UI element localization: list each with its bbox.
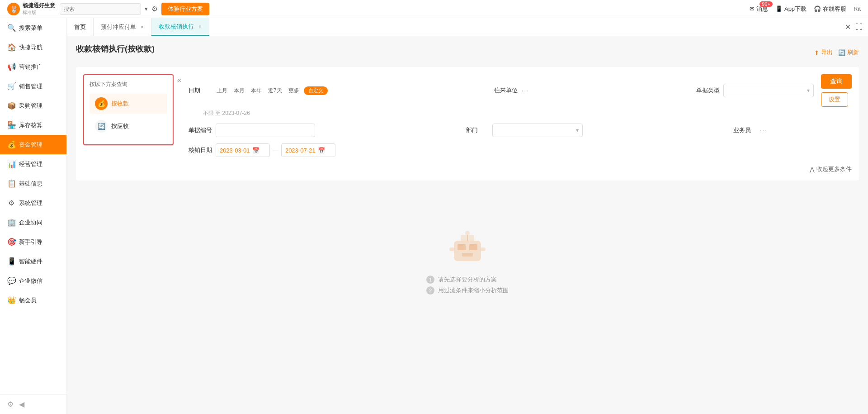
guide-icon: 🎯	[7, 238, 15, 246]
sidebar-item-sales[interactable]: 🛒 销售管理	[0, 76, 66, 96]
sidebar-collapse-icon[interactable]: ◀	[19, 400, 24, 409]
mobile-icon: 📱	[775, 5, 783, 12]
verify-date-start-value: 2023-03-01	[220, 147, 250, 154]
tab-bar: 首页 预付冲应付单 × 收款核销执行 × ✕ ⛶	[67, 18, 868, 36]
filter-row-3: 核销日期 2023-03-01 📅 — 2023-07-21	[189, 143, 852, 157]
user-name[interactable]: Rit	[854, 5, 861, 12]
calendar-start-icon: 📅	[252, 147, 259, 154]
export-btn[interactable]: ⬆ 导出	[814, 48, 833, 57]
tab-home[interactable]: 首页	[67, 18, 94, 36]
sidebar-item-wechat[interactable]: 💬 企业微信	[0, 271, 66, 290]
date-7days[interactable]: 近7天	[266, 86, 284, 95]
tab-receipt-verify-close[interactable]: ×	[198, 24, 202, 30]
date-no-limit-text: 不限 至 2023-07-26	[203, 110, 250, 116]
sidebar-label-sales: 销售管理	[19, 82, 42, 90]
sidebar-label-basic-info: 基础信息	[19, 180, 42, 188]
quick-nav-icon: 🏠	[7, 43, 15, 52]
enterprise-icon: 🏢	[7, 218, 15, 227]
filter-counterpart-field: 往来单位 ···	[494, 86, 529, 95]
bill-type-arrow-icon: ▾	[807, 87, 810, 94]
tab-prepay-close[interactable]: ×	[141, 24, 144, 30]
sidebar-item-purchase[interactable]: 📦 采购管理	[0, 96, 66, 115]
sidebar-label-marketing: 营销推广	[19, 63, 42, 71]
settings-icon[interactable]: ⚙	[151, 5, 158, 13]
tab-prepay[interactable]: 预付冲应付单 ×	[94, 18, 151, 36]
verify-date-start[interactable]: 2023-03-01 📅	[216, 143, 270, 157]
collapse-btn-label: 收起更多条件	[816, 165, 852, 173]
filter-date-field: 日期 上月 本月 本年 近7天 更多 自定义	[189, 86, 328, 95]
date-no-limit-row: 不限 至 2023-07-26	[203, 109, 852, 117]
svg-rect-4	[449, 247, 455, 251]
filter-bill-type-field: 单据类型 ▾	[696, 84, 814, 97]
collapse-more-btn[interactable]: ⋀ 收起更多条件	[810, 165, 852, 173]
refresh-btn[interactable]: 🔄 刷新	[838, 48, 859, 57]
filter-option-by-receivable[interactable]: 🔄 按应收	[90, 116, 167, 136]
logo-icon: 🐰	[7, 3, 20, 15]
sidebar-bottom: ⚙ ◀	[0, 394, 66, 414]
sidebar-item-hardware[interactable]: 📱 智能硬件	[0, 252, 66, 271]
brand-name: 畅捷通好生意	[23, 2, 55, 10]
bill-no-input[interactable]	[216, 124, 315, 137]
sidebar-item-system[interactable]: ⚙ 系统管理	[0, 193, 66, 213]
online-service-btn[interactable]: 🎧 在线客服	[814, 5, 846, 13]
sidebar-label-hardware: 智能硬件	[19, 257, 42, 266]
date-custom[interactable]: 自定义	[304, 86, 328, 95]
sidebar-item-guide[interactable]: 🎯 新手引导	[0, 232, 66, 252]
sidebar-item-marketing[interactable]: 📢 营销推广	[0, 57, 66, 76]
sidebar-item-search-menu[interactable]: 🔍 搜索菜单	[0, 18, 66, 38]
sidebar-item-member[interactable]: 👑 畅会员	[0, 290, 66, 310]
verify-date-end[interactable]: 2023-07-21 📅	[281, 143, 335, 157]
marketing-icon: 📢	[7, 62, 15, 71]
bill-type-select[interactable]: ▾	[723, 84, 814, 97]
query-button[interactable]: 查询	[821, 74, 852, 89]
system-icon: ⚙	[7, 199, 15, 207]
sidebar-item-inventory[interactable]: 🏪 库存核算	[0, 115, 66, 135]
search-input[interactable]	[60, 3, 141, 15]
filter-option-by-receipt[interactable]: 💰 按收款	[90, 94, 167, 114]
tab-prepay-label: 预付冲应付单	[101, 23, 136, 31]
sidebar-item-operation[interactable]: 📊 经营管理	[0, 154, 66, 174]
sidebar-item-funds[interactable]: 💰 资金管理	[0, 135, 66, 154]
sidebar-label-system: 系统管理	[19, 199, 42, 207]
message-btn[interactable]: ✉ 消息 99+	[750, 5, 768, 13]
empty-tips: 1 请先选择要分析的方案 2 用过滤条件来缩小分析范围	[426, 276, 509, 295]
sidebar-settings-icon[interactable]: ⚙	[7, 400, 14, 409]
page-inner: 收款核销执行(按收款) ⬆ 导出 🔄 刷新	[67, 36, 868, 346]
filter-plan-selector: 按以下方案查询 💰 按收款 🔄 按应收	[83, 74, 174, 145]
brand: 🐰 畅捷通好生意 标准版	[7, 2, 55, 16]
tip-1-text: 请先选择要分析的方案	[438, 276, 497, 284]
dropdown-arrow-icon[interactable]: ▾	[145, 5, 148, 12]
sidebar-item-quick-nav[interactable]: 🏠 快捷导航	[0, 38, 66, 57]
counterpart-label: 往来单位	[494, 86, 518, 95]
empty-tip-2: 2 用过滤条件来缩小分析范围	[426, 286, 509, 295]
counterpart-more-btn[interactable]: ···	[521, 87, 529, 94]
date-more[interactable]: 更多	[287, 86, 301, 95]
member-icon: 👑	[7, 296, 15, 305]
filter-actions: 查询 设置	[821, 74, 852, 107]
verify-date-range: 2023-03-01 📅 — 2023-07-21 📅	[216, 143, 335, 157]
tab-close-btn[interactable]: ✕	[845, 23, 851, 31]
sales-icon: 🛒	[7, 82, 15, 90]
sidebar-item-basic-info[interactable]: 📋 基础信息	[0, 174, 66, 193]
date-this-month[interactable]: 本月	[232, 86, 246, 95]
collapse-more-row: ⋀ 收起更多条件	[189, 165, 852, 173]
sidebar-label-operation: 经营管理	[19, 160, 42, 168]
staff-more-btn[interactable]: ···	[760, 127, 768, 134]
basic-info-icon: 📋	[7, 179, 15, 188]
message-badge: 99+	[760, 1, 773, 7]
date-last-month[interactable]: 上月	[215, 86, 229, 95]
filter-plan-title: 按以下方案查询	[90, 81, 167, 88]
industry-btn[interactable]: 体验行业方案	[161, 3, 209, 15]
filter-collapse-left-btn[interactable]: «	[177, 76, 181, 84]
app-download-btn[interactable]: 📱 App下载	[775, 5, 807, 13]
filter-right: 日期 上月 本月 本年 近7天 更多 自定义	[189, 74, 852, 173]
sidebar-item-enterprise[interactable]: 🏢 企业协同	[0, 213, 66, 232]
headset-icon: 🎧	[814, 5, 821, 12]
filter-left-wrapper: 按以下方案查询 💰 按收款 🔄 按应收	[83, 74, 181, 173]
filter-by-receivable-icon: 🔄	[95, 120, 108, 133]
date-this-year[interactable]: 本年	[249, 86, 264, 95]
tab-receipt-verify[interactable]: 收款核销执行 ×	[151, 18, 209, 36]
settings-button[interactable]: 设置	[821, 92, 848, 107]
tab-expand-btn[interactable]: ⛶	[855, 23, 863, 31]
department-select[interactable]: ▾	[492, 124, 583, 137]
